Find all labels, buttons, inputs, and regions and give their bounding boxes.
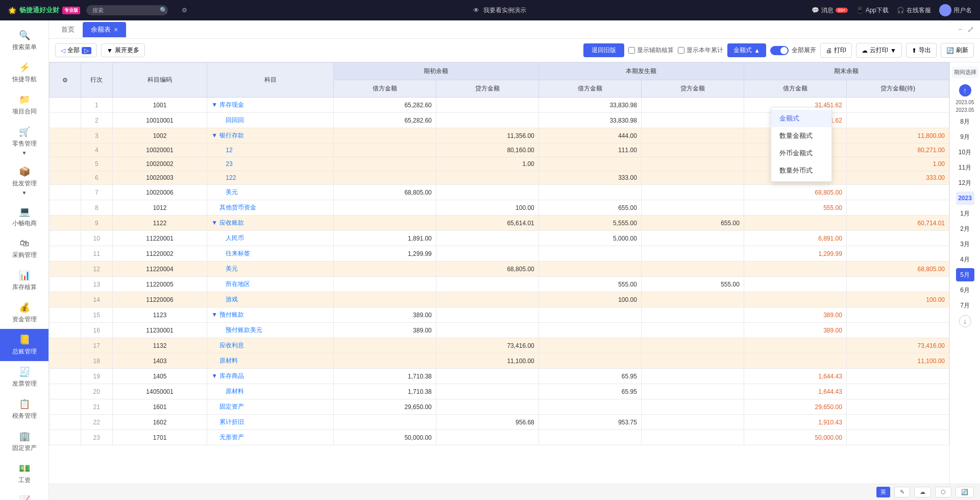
subject-name[interactable]: 库存现金 — [219, 101, 244, 108]
subject-name[interactable]: 美元 — [211, 265, 238, 272]
subject-name[interactable]: 库存商品 — [219, 372, 244, 379]
sidebar-item-purchase[interactable]: 🛍 采购管理 — [0, 233, 48, 265]
subject-name[interactable]: 原材料 — [211, 357, 238, 364]
sidebar-item-ecommerce[interactable]: 💻 小畅电商 — [0, 201, 48, 233]
subject-name[interactable]: 往来标签 — [211, 250, 250, 257]
user-avatar-area[interactable]: 用户名 — [939, 4, 972, 16]
row-cur-debit: 111.00 — [538, 144, 641, 157]
tab-close-icon[interactable]: × — [114, 26, 118, 34]
dropdown-item-qty-foreign[interactable]: 数量外币式 — [771, 162, 831, 179]
sidebar-item-quicknav[interactable]: ⚡ 快捷导航 — [0, 57, 48, 89]
sidebar-item-ledger[interactable]: 📒 总账管理 — [0, 329, 48, 361]
sidebar-item-fund[interactable]: 💰 资金管理 — [0, 297, 48, 329]
cloud-btn[interactable]: ☁ — [914, 487, 931, 497]
subject-name[interactable]: 预付账款 — [219, 311, 244, 318]
dropdown-item-qty-amount[interactable]: 数量金额式 — [771, 127, 831, 145]
settings-icon[interactable]: ⚙ — [182, 7, 187, 14]
subject-name[interactable]: 游戏 — [211, 296, 238, 303]
period-month-3[interactable]: 3月 — [956, 237, 974, 251]
show-ytd-checkbox[interactable]: 显示本年累计 — [678, 46, 723, 55]
dropdown-item-amount[interactable]: 金额式 — [771, 110, 831, 127]
subject-name[interactable]: 固定资产 — [211, 403, 244, 410]
sidebar-item-inventory[interactable]: 📊 库存核算 — [0, 265, 48, 297]
print-btn[interactable]: 🖨 打印 — [820, 43, 852, 58]
tab-home[interactable]: 首页 — [55, 22, 81, 37]
download-btn[interactable]: 📱 App下载 — [856, 6, 889, 15]
sidebar-item-payroll[interactable]: 💵 工资 — [0, 458, 48, 490]
wholesale-expand-icon: ▼ — [22, 190, 27, 196]
row-num: 14 — [81, 292, 112, 307]
refresh-bottom-btn[interactable]: 🔄 — [955, 487, 974, 497]
row-op-credit — [436, 246, 538, 261]
period-month-1[interactable]: 1月 — [956, 207, 974, 220]
ytd-checkbox-input[interactable] — [678, 47, 684, 54]
hex-btn[interactable]: ⬡ — [935, 487, 951, 497]
export-btn[interactable]: ⬆ 导出 — [906, 43, 937, 58]
table-settings-header[interactable]: ⚙ — [50, 63, 81, 98]
show-assist-checkbox[interactable]: 显示辅助核算 — [628, 46, 674, 55]
period-month-2[interactable]: 2月 — [956, 222, 974, 235]
period-nav-up[interactable]: ↑ — [959, 84, 971, 97]
expand-more-btn[interactable]: ▼ 展开更多 — [101, 43, 145, 57]
row-cur-debit: 444.00 — [538, 128, 641, 144]
period-month-10[interactable]: 10月 — [956, 146, 974, 159]
period-month-12[interactable]: 12月 — [956, 176, 974, 189]
sidebar-item-mgmt[interactable]: 📈 经营管理 — [0, 490, 48, 500]
app-name: 畅捷通好业财 — [19, 6, 59, 15]
subject-name[interactable]: 美元 — [211, 188, 238, 196]
dropdown-item-foreign-amount[interactable]: 外币金额式 — [771, 145, 831, 162]
period-date-1: 2023.05 — [955, 100, 974, 105]
amount-type-btn[interactable]: 金额式 ▲ — [727, 43, 766, 57]
subject-name[interactable]: 原材料 — [211, 388, 244, 395]
period-month-6[interactable]: 6月 — [956, 283, 974, 297]
service-btn[interactable]: 🎧 在线客服 — [897, 6, 931, 15]
subject-name[interactable]: 无形资产 — [211, 434, 244, 441]
subject-name[interactable]: 12 — [211, 147, 232, 154]
sidebar-item-assets[interactable]: 🏢 固定资产 — [0, 425, 48, 458]
sidebar-item-project[interactable]: 📁 项目合同 — [0, 89, 48, 121]
lang-btn[interactable]: 英 — [876, 487, 890, 497]
edit-btn[interactable]: ✎ — [894, 487, 910, 497]
sidebar-item-invoice[interactable]: 🧾 发票管理 — [0, 361, 48, 393]
tab-expand-icon[interactable]: ⤢ — [967, 25, 974, 34]
subject-name[interactable]: 预付账款美元 — [211, 326, 262, 334]
cloud-print-btn[interactable]: ☁ 云打印 ▼ — [856, 43, 902, 58]
breadcrumb-btn[interactable]: ◁ 全部 ▷ — [55, 43, 97, 57]
subject-name[interactable]: 应收账款 — [219, 219, 244, 226]
period-month-4[interactable]: 4月 — [956, 253, 974, 266]
subject-name[interactable]: 所在地区 — [211, 280, 250, 288]
period-month-11[interactable]: 11月 — [956, 161, 974, 174]
top-search-input[interactable] — [86, 5, 168, 15]
period-nav-down[interactable]: ↓ — [959, 315, 971, 327]
period-month-8[interactable]: 8月 — [956, 115, 974, 128]
sidebar-item-wholesale[interactable]: 📦 批发管理 ▼ — [0, 161, 48, 201]
subject-name[interactable]: 银行存款 — [219, 132, 244, 139]
subject-name[interactable]: 累计折旧 — [211, 418, 244, 425]
subject-name[interactable]: 23 — [211, 160, 232, 168]
tab-minimize-icon[interactable]: － — [956, 24, 964, 35]
sidebar-item-tax[interactable]: 📋 税务管理 — [0, 393, 48, 425]
period-month-5[interactable]: 5月 — [956, 268, 974, 281]
return-old-btn[interactable]: 退回旧版 — [583, 43, 624, 57]
assist-checkbox-input[interactable] — [628, 47, 635, 54]
period-month-7[interactable]: 7月 — [956, 299, 974, 312]
sidebar-item-search[interactable]: 🔍 搜索菜单 — [0, 25, 48, 57]
expand-all-toggle[interactable] — [770, 46, 789, 55]
row-op-credit — [436, 430, 538, 445]
subject-name[interactable]: 122 — [211, 174, 236, 181]
subject-name[interactable]: 人民币 — [211, 234, 244, 242]
sidebar-item-retail[interactable]: 🛒 零售管理 ▼ — [0, 121, 48, 161]
row-op-credit: 80,160.00 — [436, 144, 538, 157]
sidebar: 🔍 搜索菜单 ⚡ 快捷导航 📁 项目合同 🛒 零售管理 ▼ 📦 批发管理 ▼ 💻… — [0, 20, 49, 500]
subject-name[interactable]: 应收利息 — [211, 342, 244, 349]
message-btn[interactable]: 💬 消息 99+ — [812, 6, 847, 15]
tab-balance[interactable]: 余额表 × — [83, 22, 126, 37]
period-month-9[interactable]: 9月 — [956, 130, 974, 144]
row-cl-credit — [846, 323, 949, 338]
subject-name[interactable]: 回回回 — [211, 116, 244, 124]
refresh-btn[interactable]: 🔄 刷新 — [941, 43, 974, 58]
row-name: ▼预付账款 — [207, 307, 333, 323]
row-code: 1132 — [112, 338, 207, 353]
subject-name[interactable]: 其他货币资金 — [211, 204, 256, 211]
demo-text[interactable]: 我要看实例演示 — [483, 6, 526, 15]
